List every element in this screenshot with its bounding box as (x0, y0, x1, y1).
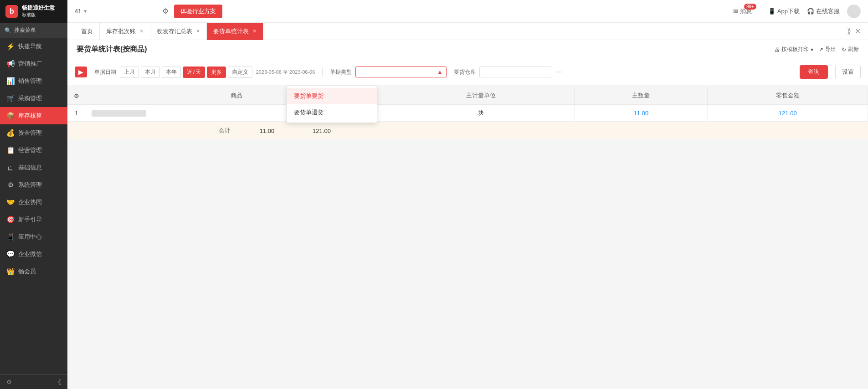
sidebar-item-membership[interactable]: 👑 畅会员 (0, 263, 67, 280)
type-filter-label: 单据类型 (330, 68, 352, 76)
sidebar-item-sales[interactable]: 📊 销售管理 (0, 72, 67, 90)
messages-badge: 99+ (744, 4, 756, 10)
print-button[interactable]: 🖨 按模板打印 ▾ (774, 46, 813, 53)
date-btn-more[interactable]: 更多 (207, 67, 226, 78)
col-amount: 零售金额 (708, 87, 868, 105)
collapse-sidebar-button[interactable]: ⟪ (58, 379, 61, 385)
company-dropdown-icon[interactable]: ▾ (84, 8, 87, 15)
tab-order-stats[interactable]: 要货单统计表 ✕ (207, 23, 263, 40)
tabs-bar: 首页 库存批次账 ✕ 收发存汇总表 ✕ 要货单统计表 ✕ ⟫ ✕ (67, 23, 868, 40)
trial-button[interactable]: 体验行业方案 (174, 5, 222, 18)
main-area: 41 ▾ ⚙ 体验行业方案 ✉ 消息 99+ 📱 App下载 🎧 在线客服 (67, 0, 868, 389)
export-button[interactable]: ↗ 导出 (819, 46, 836, 53)
export-icon: ↗ (819, 46, 823, 53)
sidebar-item-label: 系统管理 (18, 181, 42, 189)
sidebar-item-app-center[interactable]: 📱 应用中心 (0, 228, 67, 246)
table-row: 1 块 11.00 121.00 (67, 105, 868, 122)
header-gear-icon[interactable]: ⚙ (162, 7, 169, 15)
dropdown-item-order[interactable]: 要货单要货 (287, 88, 377, 104)
amount-link[interactable]: 121.00 (779, 110, 797, 117)
sidebar-item-quick-nav[interactable]: ⚡ 快捷导航 (0, 38, 67, 55)
footer-label: 合计 (219, 127, 231, 135)
sidebar-item-label: 基础信息 (18, 164, 42, 172)
online-service-button[interactable]: 🎧 在线客服 (807, 7, 840, 15)
logo-sub: 标准版 (22, 12, 55, 18)
marketing-icon: 📢 (6, 60, 15, 68)
top-header: 41 ▾ ⚙ 体验行业方案 ✉ 消息 99+ 📱 App下载 🎧 在线客服 (67, 0, 868, 23)
tabs-close-all-button[interactable]: ✕ (855, 27, 861, 36)
warehouse-filter-group: 要货仓库 ··· (454, 67, 562, 77)
date-btn-last-month[interactable]: 上月 (120, 67, 139, 78)
type-filter-chevron-icon[interactable]: ▲ (437, 68, 443, 76)
cell-unit: 块 (387, 105, 575, 122)
tab-recv-summary[interactable]: 收发存汇总表 ✕ (150, 23, 207, 40)
sidebar-item-wechat[interactable]: 💬 企业微信 (0, 246, 67, 263)
logo-icon: b (5, 5, 18, 18)
quantity-link[interactable]: 11.00 (634, 110, 649, 117)
user-avatar[interactable] (847, 5, 861, 18)
sidebar-item-finance[interactable]: 💰 资金管理 (0, 124, 67, 142)
print-icon: 🖨 (774, 46, 780, 53)
date-filter-group: 单据日期 上月 本月 本年 近7天 更多 自定义 2023-05-06 至 20… (94, 67, 315, 78)
company-name: 41 (75, 8, 81, 15)
sidebar-item-inventory[interactable]: 📦 库存核算 (0, 107, 67, 124)
cell-quantity: 11.00 (575, 105, 708, 122)
tab-close-recv-summary[interactable]: ✕ (196, 28, 200, 34)
type-filter-input[interactable] (355, 67, 447, 77)
sidebar-nav: ⚡ 快捷导航 📢 营销推广 📊 销售管理 🛒 采购管理 📦 库存核算 💰 资金管… (0, 38, 67, 374)
sales-icon: 📊 (6, 77, 15, 85)
logo-name: 畅捷通好生意 (22, 5, 55, 12)
col-unit: 主计量单位 (387, 87, 575, 105)
sidebar-item-enterprise[interactable]: 🤝 企业协同 (0, 194, 67, 211)
sidebar-item-label: 销售管理 (18, 77, 42, 85)
sidebar-item-system[interactable]: ⚙ 系统管理 (0, 176, 67, 194)
sidebar-item-label: 企业微信 (18, 250, 42, 258)
date-btn-last-7-days[interactable]: 近7天 (183, 67, 205, 78)
type-filter-group: 单据类型 ▲ (330, 67, 447, 77)
tab-close-inventory-batch[interactable]: ✕ (139, 28, 144, 34)
sidebar-item-operation[interactable]: 📋 经营管理 (0, 142, 67, 159)
sidebar-item-label: 经营管理 (18, 146, 42, 154)
tab-home-label: 首页 (81, 27, 93, 36)
settings-footer-icon[interactable]: ⚙ (6, 379, 12, 385)
sidebar-item-label: 新手引导 (18, 215, 42, 224)
date-buttons: 上月 本月 本年 近7天 更多 自定义 (120, 67, 252, 78)
messages-button[interactable]: ✉ 消息 99+ (733, 7, 752, 15)
inventory-icon: 📦 (6, 112, 15, 120)
refresh-button[interactable]: ↻ 刷新 (842, 46, 859, 53)
page-title: 要货单统计表(按商品) (77, 45, 147, 54)
tab-label: 收发存汇总表 (157, 27, 192, 36)
query-button[interactable]: 查询 (800, 65, 828, 79)
sidebar-item-label: 畅会员 (18, 267, 36, 276)
date-btn-this-month[interactable]: 本月 (141, 67, 160, 78)
company-selector[interactable]: 41 ▾ (75, 8, 157, 15)
sidebar-item-guide[interactable]: 🎯 新手引导 (0, 211, 67, 228)
tab-close-order-stats[interactable]: ✕ (252, 28, 257, 34)
col-settings[interactable]: ⚙ (67, 87, 86, 105)
sidebar-item-purchase[interactable]: 🛒 采购管理 (0, 90, 67, 107)
tab-inventory-batch[interactable]: 库存批次账 ✕ (100, 23, 150, 40)
col-quantity: 主数量 (575, 87, 708, 105)
date-btn-custom[interactable]: 自定义 (228, 67, 252, 78)
tab-home[interactable]: 首页 (75, 23, 100, 40)
date-range-text: 2023-05-06 至 2023-06-06 (256, 69, 315, 76)
footer-amount: 121.00 (303, 128, 340, 134)
basic-icon: 🗂 (6, 164, 15, 172)
date-btn-this-year[interactable]: 本年 (162, 67, 181, 78)
dropdown-item-return[interactable]: 要货单退货 (287, 104, 377, 121)
tabs-expand-icon[interactable]: ⟫ (847, 27, 851, 36)
sidebar-search-bar[interactable]: 🔍 搜索菜单 (0, 23, 67, 38)
page-header-actions: 🖨 按模板打印 ▾ ↗ 导出 ↻ 刷新 (774, 46, 859, 53)
sidebar-item-marketing[interactable]: 📢 营销推广 (0, 55, 67, 72)
search-icon: 🔍 (5, 27, 11, 34)
filter-toggle-button[interactable]: ▶ (75, 67, 87, 77)
app-download-button[interactable]: 📱 App下载 (768, 7, 800, 15)
message-icon: ✉ (733, 8, 738, 15)
header-actions: ✉ 消息 99+ 📱 App下载 🎧 在线客服 (733, 5, 861, 18)
sidebar-item-basic[interactable]: 🗂 基础信息 (0, 159, 67, 176)
settings-button[interactable]: 设置 (835, 65, 861, 79)
search-label: 搜索菜单 (14, 26, 36, 34)
warehouse-filter-input[interactable] (479, 67, 552, 77)
finance-icon: 💰 (6, 129, 15, 137)
warehouse-more-icon[interactable]: ··· (556, 68, 562, 76)
